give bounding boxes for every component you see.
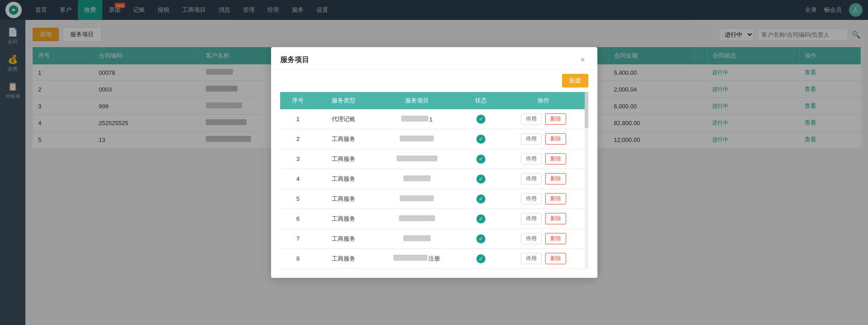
stop-button[interactable]: 停用 — [521, 133, 542, 145]
inner-cell-status: ✓ — [463, 209, 499, 229]
inner-cell-item: 注册 — [371, 249, 462, 269]
status-circle-icon: ✓ — [476, 135, 485, 144]
list-item: 2 工商服务 ✓ 停用 删除 — [280, 129, 588, 149]
inner-cell-action: 停用 删除 — [499, 129, 588, 149]
delete-button[interactable]: 删除 — [545, 253, 566, 264]
modal-close-button[interactable]: × — [577, 54, 588, 65]
inner-cell-seq: 3 — [280, 149, 316, 169]
status-circle-icon: ✓ — [476, 194, 485, 204]
inner-cell-status: ✓ — [463, 129, 499, 149]
inner-col-seq: 序号 — [280, 92, 316, 109]
inner-cell-status: ✓ — [463, 109, 499, 129]
modal-new-button[interactable]: 新建 — [562, 74, 588, 87]
inner-cell-status: ✓ — [463, 169, 499, 189]
inner-col-status: 状态 — [463, 92, 499, 109]
inner-cell-action: 停用 删除 — [499, 109, 588, 129]
inner-cell-type: 工商服务 — [316, 189, 371, 209]
delete-button[interactable]: 删除 — [545, 113, 566, 125]
delete-button[interactable]: 删除 — [545, 133, 566, 145]
delete-button[interactable]: 删除 — [545, 193, 566, 204]
delete-button[interactable]: 删除 — [545, 233, 566, 244]
inner-col-item: 服务项目 — [371, 92, 462, 109]
inner-cell-item — [371, 129, 462, 149]
inner-cell-action: 停用 删除 — [499, 169, 588, 189]
status-circle-icon: ✓ — [476, 175, 485, 184]
stop-button[interactable]: 停用 — [521, 193, 542, 204]
stop-button[interactable]: 停用 — [521, 253, 542, 264]
inner-col-action: 操作 — [499, 92, 588, 109]
list-item: 7 工商服务 ✓ 停用 删除 — [280, 229, 588, 249]
inner-cell-item — [371, 169, 462, 189]
list-item: 8 工商服务 注册 ✓ 停用 删除 — [280, 249, 588, 269]
inner-cell-item — [371, 149, 462, 169]
delete-button[interactable]: 删除 — [545, 153, 566, 165]
inner-cell-type: 工商服务 — [316, 249, 371, 269]
inner-cell-seq: 4 — [280, 169, 316, 189]
modal-overlay: 服务项目 × 新建 序号 服务类型 服务项目 状态 操作 — [0, 0, 868, 325]
inner-cell-type: 工商服务 — [316, 209, 371, 229]
list-item: 4 工商服务 ✓ 停用 删除 — [280, 169, 588, 189]
status-circle-icon: ✓ — [476, 155, 485, 164]
inner-cell-type: 工商服务 — [316, 149, 371, 169]
status-circle-icon: ✓ — [476, 254, 485, 263]
inner-cell-item — [371, 209, 462, 229]
inner-cell-seq: 1 — [280, 109, 316, 129]
inner-cell-seq: 5 — [280, 189, 316, 209]
inner-cell-status: ✓ — [463, 249, 499, 269]
inner-cell-item — [371, 229, 462, 249]
stop-button[interactable]: 停用 — [521, 113, 542, 125]
inner-cell-type: 工商服务 — [316, 229, 371, 249]
service-items-table: 序号 服务类型 服务项目 状态 操作 1 代理记账 1 ✓ 停用 删除 2 — [280, 92, 588, 269]
scrollbar-thumb[interactable] — [585, 92, 588, 128]
status-circle-icon: ✓ — [476, 234, 485, 243]
list-item: 6 工商服务 ✓ 停用 删除 — [280, 209, 588, 229]
inner-cell-item — [371, 189, 462, 209]
delete-button[interactable]: 删除 — [545, 173, 566, 184]
inner-cell-seq: 2 — [280, 129, 316, 149]
inner-cell-seq: 7 — [280, 229, 316, 249]
modal-title: 服务项目 — [280, 55, 309, 65]
inner-cell-type: 代理记账 — [316, 109, 371, 129]
stop-button[interactable]: 停用 — [521, 173, 542, 184]
inner-cell-item: 1 — [371, 109, 462, 129]
inner-cell-action: 停用 删除 — [499, 229, 588, 249]
stop-button[interactable]: 停用 — [521, 233, 542, 244]
modal-toolbar: 新建 — [271, 69, 597, 92]
status-circle-icon: ✓ — [476, 115, 485, 124]
inner-cell-status: ✓ — [463, 149, 499, 169]
service-modal: 服务项目 × 新建 序号 服务类型 服务项目 状态 操作 — [271, 47, 597, 278]
inner-cell-seq: 8 — [280, 249, 316, 269]
inner-cell-action: 停用 删除 — [499, 249, 588, 269]
modal-body: 序号 服务类型 服务项目 状态 操作 1 代理记账 1 ✓ 停用 删除 2 — [271, 92, 597, 278]
inner-col-type: 服务类型 — [316, 92, 371, 109]
inner-cell-type: 工商服务 — [316, 129, 371, 149]
stop-button[interactable]: 停用 — [521, 213, 542, 224]
modal-header: 服务项目 × — [271, 47, 597, 69]
stop-button[interactable]: 停用 — [521, 153, 542, 165]
inner-cell-status: ✓ — [463, 229, 499, 249]
inner-cell-action: 停用 删除 — [499, 149, 588, 169]
scrollbar-track — [585, 92, 588, 269]
list-item: 1 代理记账 1 ✓ 停用 删除 — [280, 109, 588, 129]
inner-cell-seq: 6 — [280, 209, 316, 229]
list-item: 3 工商服务 ✓ 停用 删除 — [280, 149, 588, 169]
status-circle-icon: ✓ — [476, 214, 485, 223]
delete-button[interactable]: 删除 — [545, 213, 566, 224]
inner-cell-action: 停用 删除 — [499, 209, 588, 229]
inner-cell-action: 停用 删除 — [499, 189, 588, 209]
inner-cell-type: 工商服务 — [316, 169, 371, 189]
list-item: 5 工商服务 ✓ 停用 删除 — [280, 189, 588, 209]
inner-cell-status: ✓ — [463, 189, 499, 209]
